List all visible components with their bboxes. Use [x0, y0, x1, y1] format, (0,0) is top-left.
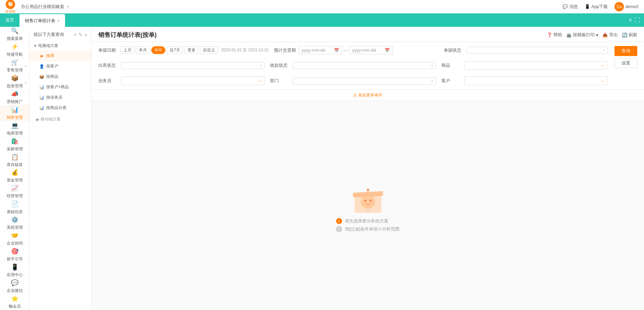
search-menu-icon: 🔍: [11, 27, 18, 35]
sidebar-item-vip[interactable]: ⭐ 畅会员: [0, 294, 29, 310]
print-button[interactable]: 🖨️ 按模板打印 ▾: [566, 32, 598, 38]
sidebar-item-sales[interactable]: 📊 销售管理: [0, 105, 29, 121]
date-btn-more[interactable]: 更多: [184, 46, 199, 54]
edit-solution-button[interactable]: ✎: [78, 32, 83, 37]
message-icon: 💬: [562, 4, 568, 9]
sidebar: 🔍 搜索菜单 ⚡ 快捷导航 🛒 零售管理 ▾ 📦 批发管理 ▴ 📣 营销推广 📊…: [0, 27, 30, 310]
tab-minimize-icon[interactable]: ×: [629, 17, 632, 23]
solution-item-by-order-label: 按单: [46, 53, 54, 59]
customer-input[interactable]: ···: [464, 76, 608, 85]
refresh-label: 刷新: [629, 32, 637, 38]
sidebar-item-label-ecom: 电商管理: [7, 131, 23, 136]
date-end-input[interactable]: yyyy-mm-dd 📅: [349, 46, 393, 54]
salesperson-input[interactable]: ···: [121, 76, 265, 85]
add-solution-button[interactable]: +: [74, 32, 76, 37]
new-guide-icon: 🎯: [11, 248, 18, 255]
export-icon: 📤: [602, 33, 608, 38]
date-buttons: 上月 本月 本年 近7天 更多 自定义: [120, 46, 218, 54]
sidebar-item-finance[interactable]: 💰 资金管理: [0, 168, 29, 184]
solution-item-by-product-cat-label: 按商品分类: [46, 105, 66, 111]
sidebar-item-retail[interactable]: 🛒 零售管理 ▾: [0, 58, 29, 74]
sidebar-item-label-wholesale: 批发管理: [7, 83, 23, 89]
sidebar-item-label-basic-info: 基础信息: [7, 209, 23, 215]
content-area: 按以下方案查询 + ✎ « ▼ 电脑端方案 ● 按单 👤 按: [30, 27, 644, 310]
solution-item-by-order[interactable]: ● 按单: [30, 51, 91, 61]
wholesale-arrow-icon: ▴: [25, 80, 26, 84]
collapse-button[interactable]: ⋀ 收起更多条件: [354, 92, 382, 98]
user-profile[interactable]: Ea demo2: [614, 2, 639, 11]
solution-item-by-product-cat[interactable]: 📊 按商品分类: [30, 103, 91, 113]
date-btn-this-month[interactable]: 本月: [136, 46, 150, 54]
top-bar: 畅 标准版 办公用品行业模拟账套 ▾ 💬 消息 📱 App下载 Ea demo2: [0, 0, 644, 13]
goods-dots-icon[interactable]: ···: [601, 63, 605, 68]
message-button[interactable]: 💬 消息: [562, 4, 578, 10]
solution-item-by-customer[interactable]: 👤 按客户: [30, 61, 91, 71]
collapse-icon: ⋀: [354, 93, 357, 98]
sidebar-item-ops[interactable]: 📈 经营管理: [0, 184, 29, 200]
sidebar-item-new-guide[interactable]: 🎯 新手引导: [0, 247, 29, 263]
date-start-input[interactable]: yyyy-mm-dd 📅: [299, 46, 342, 54]
settings-button[interactable]: 设置: [614, 58, 637, 68]
by-customer-product-icon: 📊: [39, 85, 44, 90]
mobile-solutions-title[interactable]: ▶ 移动端方案: [30, 114, 91, 124]
dept-label: 部门: [270, 78, 290, 84]
sidebar-item-quick-nav[interactable]: ⚡ 快捷导航: [0, 43, 29, 58]
collapse-panel-button[interactable]: «: [85, 32, 87, 37]
solution-item-by-customer-label: 按客户: [46, 63, 58, 69]
top-bar-right: 💬 消息 📱 App下载 Ea demo2: [562, 2, 639, 11]
sidebar-item-inventory[interactable]: 📋 库存核算: [0, 153, 29, 168]
dept-select[interactable]: ▾: [293, 78, 436, 85]
pc-solutions-section: ▼ 电脑端方案 ● 按单 👤 按客户 📦 按商品 📊 按客户+商品: [30, 40, 91, 114]
app-download-button[interactable]: 📱 App下载: [585, 4, 608, 10]
date-btn-this-year[interactable]: 本年: [151, 46, 165, 54]
receipt-status-select[interactable]: ▾: [293, 62, 436, 69]
sidebar-item-enterprise-wechat[interactable]: 💬 企业微信: [0, 278, 29, 294]
tab-sales-order[interactable]: 销售订单统计表 ×: [19, 14, 65, 28]
date-btn-last-month[interactable]: 上月: [120, 46, 135, 54]
tab-maximize-icon[interactable]: ⛶: [635, 17, 640, 23]
sidebar-item-app-center[interactable]: 📱 应用中心: [0, 263, 29, 278]
logo-text: 标准版: [5, 9, 15, 14]
empty-hints: 1 请先选择要分析的方案 2 用[过滤]条件来缩小分析范围: [336, 218, 399, 232]
tab-home[interactable]: 首页: [0, 13, 19, 27]
receipt-status-arrow: ▾: [431, 64, 433, 67]
sidebar-item-label-ops: 经营管理: [7, 193, 23, 199]
ship-status-select[interactable]: ▾: [121, 62, 265, 69]
system-icon: ⚙️: [11, 216, 18, 223]
date-start-placeholder: yyyy-mm-dd: [302, 48, 325, 53]
ship-status-group: 出库状态 ▾: [98, 62, 265, 69]
export-button[interactable]: 📤 导出: [602, 32, 618, 38]
solution-item-by-product[interactable]: 📦 按商品: [30, 71, 91, 82]
customer-dots-icon[interactable]: ···: [601, 78, 605, 84]
salesperson-dots-icon[interactable]: ···: [258, 78, 262, 84]
tab-close-icon[interactable]: ×: [57, 18, 60, 23]
retail-arrow-icon: ▾: [25, 64, 26, 68]
solution-item-by-customer-product[interactable]: 📊 按客户+商品: [30, 82, 91, 92]
query-button[interactable]: 查询: [614, 46, 637, 56]
sidebar-item-basic-info[interactable]: 📄 基础信息: [0, 200, 29, 216]
avatar: Ea: [614, 2, 624, 11]
collapse-bar[interactable]: ⋀ 收起更多条件: [92, 90, 644, 101]
help-button[interactable]: ❓ 帮助: [547, 32, 562, 38]
app-dropdown-icon[interactable]: ▾: [67, 5, 69, 8]
receipt-status-group: 收款状态 ▾: [270, 62, 436, 69]
status-select[interactable]: ▾: [467, 47, 608, 54]
ecom-icon: 💻: [11, 122, 18, 129]
solution-item-by-salesperson[interactable]: 📊 按业务员: [30, 92, 91, 103]
sidebar-item-search-menu[interactable]: 🔍 搜索菜单: [0, 27, 29, 43]
sidebar-item-marketing[interactable]: 📣 营销推广: [0, 90, 29, 106]
sidebar-item-purchase[interactable]: 🛍️ 采购管理: [0, 137, 29, 153]
sidebar-item-wholesale[interactable]: 📦 批发管理 ▴: [0, 74, 29, 90]
date-btn-7days[interactable]: 近7天: [167, 46, 183, 54]
sidebar-item-enterprise[interactable]: 🤝 企业协同: [0, 231, 29, 247]
sidebar-item-label-search: 搜索菜单: [7, 36, 23, 42]
pc-solutions-title[interactable]: ▼ 电脑端方案: [30, 41, 91, 51]
help-label: 帮助: [553, 32, 562, 38]
date-range-text: 2023-01-01 至 2023-12-31: [221, 47, 269, 53]
sidebar-item-label-sales: 销售管理: [7, 115, 23, 120]
date-btn-custom[interactable]: 自定义: [200, 46, 218, 54]
sidebar-item-system[interactable]: ⚙️ 系统管理: [0, 216, 29, 231]
refresh-button[interactable]: 🔄 刷新: [622, 32, 637, 38]
sidebar-item-ecom[interactable]: 💻 电商管理: [0, 121, 29, 137]
goods-input[interactable]: ···: [464, 61, 608, 70]
